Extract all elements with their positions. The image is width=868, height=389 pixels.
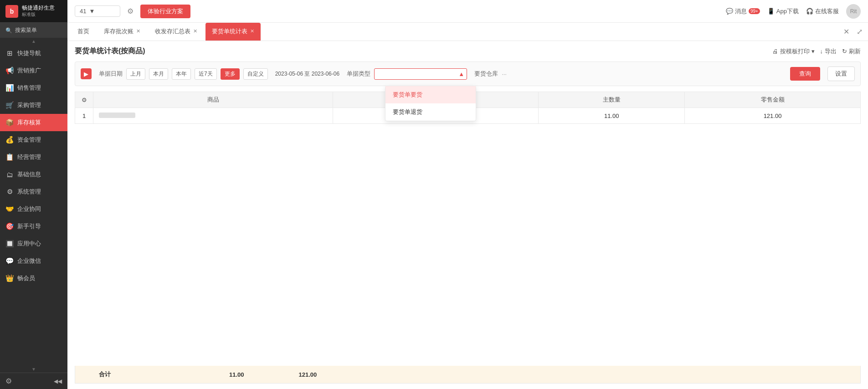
online-service-label: 在线客服 — [815, 7, 839, 15]
sales-icon: 📊 — [5, 84, 14, 92]
date-btn-last-month[interactable]: 上月 — [126, 68, 145, 80]
app-center-icon: 🔲 — [5, 240, 14, 248]
messages-label: 消息 — [735, 7, 747, 15]
dropdown-item-order-return[interactable]: 要货单退货 — [385, 103, 476, 121]
date-btn-last7[interactable]: 近7天 — [195, 68, 217, 80]
sidebar-scroll-up[interactable]: ▲ — [0, 38, 67, 45]
sidebar: b 畅捷通好生意 标准版 🔍 搜索菜单 ▲ ⊞ 快捷导航 📢 营销推广 📊 销售… — [0, 0, 67, 389]
finance-icon: 💰 — [5, 136, 14, 144]
tab-recv-summary-close[interactable]: ✕ — [193, 28, 197, 34]
online-service-icon: 🎧 — [806, 8, 813, 15]
tab-order-summary-close[interactable]: ✕ — [250, 28, 254, 34]
sidebar-item-wechat[interactable]: 💬 企业微信 — [0, 252, 67, 270]
sidebar-scroll-down[interactable]: ▼ — [0, 366, 67, 373]
date-btn-this-month[interactable]: 本月 — [149, 68, 168, 80]
sidebar-item-enterprise[interactable]: 🤝 企业协同 — [0, 200, 67, 218]
user-avatar[interactable]: Rit — [846, 4, 861, 19]
tab-inventory-batch-close[interactable]: ✕ — [136, 28, 140, 34]
type-filter-group: 单据类型 ▲ — [347, 68, 467, 80]
messages-action[interactable]: 💬 消息 99+ — [726, 7, 760, 15]
refresh-icon: ↻ — [842, 48, 847, 55]
print-icon: 🖨 — [772, 48, 778, 55]
date-btn-this-year[interactable]: 本年 — [172, 68, 191, 80]
total-amount: 121.00 — [299, 371, 317, 378]
dropdown-item-order-goods-label: 要货单要货 — [393, 91, 422, 99]
export-label: 导出 — [825, 47, 837, 56]
warehouse-filter-label: 要货仓库 — [474, 70, 498, 78]
tab-recv-summary[interactable]: 收发存汇总表 ✕ — [149, 23, 204, 41]
topbar-right: 💬 消息 99+ 📱 App下载 🎧 在线客服 Rit — [726, 4, 861, 19]
sidebar-item-quick-nav[interactable]: ⊞ 快捷导航 — [0, 45, 67, 62]
online-service-action[interactable]: 🎧 在线客服 — [806, 7, 839, 15]
topbar-settings-btn[interactable]: ⚙ — [124, 5, 137, 18]
sidebar-item-vip[interactable]: 👑 畅会员 — [0, 270, 67, 287]
purchase-icon: 🛒 — [5, 101, 14, 109]
sidebar-item-sales[interactable]: 📊 销售管理 — [0, 79, 67, 97]
filter-expand-btn[interactable]: ▶ — [81, 68, 92, 79]
total-qty: 11.00 — [229, 371, 244, 378]
sidebar-item-label: 系统管理 — [17, 188, 41, 196]
sidebar-item-inventory[interactable]: 📦 库存核算 — [0, 114, 67, 131]
date-btn-more[interactable]: 更多 — [221, 68, 240, 80]
date-filter-label: 单据日期 — [99, 70, 123, 78]
sidebar-item-marketing[interactable]: 📢 营销推广 — [0, 62, 67, 79]
dropdown-item-order-goods[interactable]: 要货单要货 — [385, 86, 476, 103]
sidebar-nav: ⊞ 快捷导航 📢 营销推广 📊 销售管理 🛒 采购管理 📦 库存核算 💰 资金管… — [0, 45, 67, 366]
date-btn-custom[interactable]: 自定义 — [243, 68, 268, 80]
trial-button[interactable]: 体验行业方案 — [140, 5, 190, 18]
sidebar-settings-btn[interactable]: ⚙ — [5, 377, 12, 385]
sidebar-search[interactable]: 🔍 搜索菜单 — [0, 23, 67, 38]
tab-close-btn[interactable]: ✕ — [842, 26, 851, 37]
dropdown-arrow-icon: ▼ — [89, 8, 95, 15]
tab-home-label: 首页 — [77, 27, 89, 36]
app-download-action[interactable]: 📱 App下载 — [767, 7, 799, 15]
vip-icon: 👑 — [5, 274, 14, 282]
sidebar-item-system[interactable]: ⚙ 系统管理 — [0, 183, 67, 200]
page-title: 要货单统计表(按商品) — [75, 46, 145, 56]
export-btn[interactable]: ↓ 导出 — [820, 47, 837, 56]
product-placeholder — [99, 113, 135, 118]
type-dropdown-arrow-icon[interactable]: ▲ — [458, 71, 464, 77]
sidebar-item-app-center[interactable]: 🔲 应用中心 — [0, 235, 67, 252]
table-footer: 合计 11.00 121.00 — [75, 366, 861, 384]
company-dropdown[interactable]: 41 ▼ — [75, 5, 120, 17]
quick-nav-icon: ⊞ — [5, 49, 14, 57]
warehouse-more-icon[interactable]: ··· — [502, 71, 507, 77]
sidebar-item-label: 新手引导 — [17, 222, 41, 230]
sidebar-item-purchase[interactable]: 🛒 采购管理 — [0, 97, 67, 114]
sidebar-item-finance[interactable]: 💰 资金管理 — [0, 131, 67, 148]
app-title: 畅捷通好生意 — [22, 5, 55, 12]
refresh-label: 刷新 — [849, 47, 861, 56]
tab-inventory-batch[interactable]: 库存批次账 ✕ — [98, 23, 147, 41]
sidebar-item-operation[interactable]: 📋 经营管理 — [0, 148, 67, 166]
dropdown-item-order-return-label: 要货单退货 — [393, 108, 422, 116]
sidebar-item-label: 采购管理 — [17, 101, 41, 109]
marketing-icon: 📢 — [5, 67, 14, 75]
filter-settings-button[interactable]: 设置 — [827, 67, 855, 81]
page-card: 要货单统计表(按商品) 🖨 按模板打印 ▾ ↓ 导出 ↻ 刷新 — [67, 41, 868, 389]
system-icon: ⚙ — [5, 188, 14, 196]
row-product — [93, 108, 333, 124]
sidebar-collapse-btn[interactable]: ◀◀ — [54, 378, 62, 384]
sidebar-item-label: 畅会员 — [17, 274, 35, 282]
refresh-btn[interactable]: ↻ 刷新 — [842, 47, 861, 56]
date-range-display: 2023-05-06 至 2023-06-06 — [275, 70, 339, 78]
enterprise-icon: 🤝 — [5, 205, 14, 213]
sidebar-item-label: 营销推广 — [17, 67, 41, 75]
tab-home[interactable]: 首页 — [71, 23, 96, 41]
type-filter-input[interactable] — [374, 68, 467, 80]
tab-expand-btn[interactable]: ⤢ — [855, 26, 864, 37]
query-button[interactable]: 查询 — [790, 67, 820, 81]
sidebar-item-label: 基础信息 — [17, 170, 41, 179]
sidebar-item-label: 企业协同 — [17, 205, 41, 213]
tab-order-summary[interactable]: 要货单统计表 ✕ — [205, 23, 261, 41]
print-template-btn[interactable]: 🖨 按模板打印 ▾ — [772, 47, 815, 56]
sidebar-footer: ⚙ ◀◀ — [0, 373, 67, 389]
total-label: 合计 — [81, 370, 111, 379]
sidebar-item-newbie[interactable]: 🎯 新手引导 — [0, 218, 67, 235]
sidebar-item-basic[interactable]: 🗂 基础信息 — [0, 166, 67, 183]
export-icon: ↓ — [820, 48, 823, 55]
settings-column-header[interactable]: ⚙ — [75, 92, 93, 108]
table-container: ⚙ 商品 主计量单位 主数量 零 — [75, 92, 861, 366]
tabs-bar: 首页 库存批次账 ✕ 收发存汇总表 ✕ 要货单统计表 ✕ ✕ ⤢ — [67, 23, 868, 41]
